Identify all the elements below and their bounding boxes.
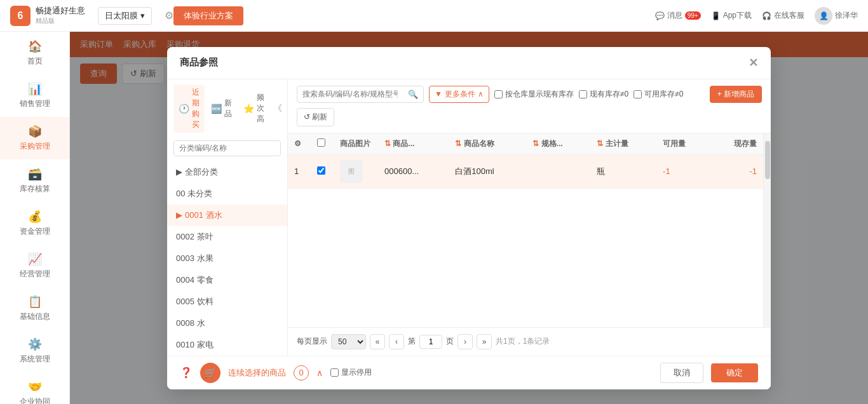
checkbox-stock[interactable] [579, 90, 587, 98]
sidebar-item-inventory[interactable]: 🗃️ 库存核算 [0, 159, 69, 202]
category-label-00: 00 未分类 [176, 188, 212, 199]
tab-recent-buy[interactable]: 🕐 近期购买 [173, 84, 205, 133]
sidebar-item-finance[interactable]: 💰 资金管理 [0, 202, 69, 245]
category-item-all[interactable]: ▶ 全部分类 [167, 161, 287, 183]
category-item-00[interactable]: 00 未分类 [167, 183, 287, 205]
category-label-0002: 0002 茶叶 [176, 231, 214, 243]
checkbox-avail[interactable] [634, 90, 642, 98]
collapse-up-button[interactable]: ∧ [316, 368, 323, 378]
sidebar-item-business[interactable]: 📈 经营管理 [0, 245, 69, 287]
modal-right-panel: 🔍 ▼ 更多条件 ∧ 按仓库显示现有库存 [288, 79, 771, 356]
product-search-icon[interactable]: 🔍 [403, 86, 423, 102]
refresh-sm-button[interactable]: ↺ 刷新 [297, 108, 334, 126]
category-item-0010[interactable]: 0010 家电 [167, 334, 287, 356]
store-dropdown[interactable]: 日太阳膜 ▾ [98, 7, 152, 25]
arrow-icon-0001: ▶ [176, 210, 182, 220]
settings-icon[interactable]: ⚙ [165, 10, 173, 22]
filter-button[interactable]: ▼ 更多条件 ∧ [429, 86, 489, 103]
page-total-label: 共1页，1条记录 [496, 336, 550, 347]
category-label-0001: 0001 酒水 [185, 210, 222, 221]
headset-icon: 🎧 [762, 11, 771, 20]
category-label-all: 全部分类 [185, 166, 218, 178]
prev-page-button[interactable]: ‹ [389, 334, 404, 349]
category-item-0008[interactable]: 0008 水 [167, 313, 287, 334]
checkbox-warehouse[interactable] [494, 90, 503, 98]
sidebar: 🏠 首页 📊 销售管理 📦 采购管理 🗃️ 库存核算 💰 资金管理 📈 经营管理… [0, 32, 70, 404]
th-settings[interactable]: ⚙ [288, 133, 311, 155]
cancel-button[interactable]: 取消 [660, 363, 703, 383]
th-name[interactable]: ⇅ 商品名称 [449, 133, 526, 155]
select-all-checkbox[interactable] [317, 138, 325, 147]
service-button[interactable]: 🎧 在线客服 [762, 10, 804, 21]
first-page-button[interactable]: « [370, 334, 385, 349]
modal-title: 商品参照 [180, 57, 218, 69]
last-page-button[interactable]: » [477, 334, 492, 349]
category-item-0003[interactable]: 0003 水果 [167, 248, 287, 269]
checkbox-avail-text: 可用库存≠0 [644, 89, 683, 100]
cta-button[interactable]: 体验行业方案 [173, 6, 243, 25]
next-page-button[interactable]: › [458, 334, 473, 349]
sidebar-item-purchase[interactable]: 📦 采购管理 [0, 117, 69, 159]
cell-seq: 1 [288, 154, 311, 188]
category-search-input[interactable] [174, 141, 280, 155]
modal-toolbar: 🔍 ▼ 更多条件 ∧ 按仓库显示现有库存 [288, 79, 771, 133]
page-number-input[interactable] [419, 335, 442, 349]
category-item-0005[interactable]: 0005 饮料 [167, 291, 287, 313]
sidebar-label-base: 基础信息 [20, 311, 50, 322]
sidebar-label-business: 经营管理 [20, 269, 50, 279]
user-profile[interactable]: 👤 徐泽华 [815, 7, 858, 25]
sidebar-item-home[interactable]: 🏠 首页 [0, 32, 69, 74]
tab-new-product[interactable]: 🆕 新品 [206, 95, 237, 122]
modal-close-button[interactable]: ✕ [749, 56, 758, 70]
th-unit[interactable]: ⇅ 主计量 [590, 133, 656, 155]
cell-spec [526, 154, 590, 188]
product-search-input[interactable] [297, 86, 403, 102]
filter-arrow-icon: ∧ [478, 90, 484, 98]
th-code[interactable]: ⇅ 商品... [378, 133, 449, 155]
sidebar-item-base[interactable]: 📋 基础信息 [0, 287, 69, 330]
business-icon: 📈 [28, 252, 42, 266]
category-search-icon[interactable]: 🔍 [280, 141, 281, 156]
cell-image: 图 [334, 154, 378, 188]
collapse-left-button[interactable]: 《 [271, 100, 285, 117]
cell-stock: -1 [710, 154, 763, 188]
product-search-box: 🔍 [297, 86, 424, 103]
scroll-thumb[interactable] [765, 141, 770, 179]
tab-high-freq[interactable]: ⭐ 频次高 [238, 90, 269, 127]
row-checkbox[interactable] [317, 166, 325, 175]
home-icon: 🏠 [28, 39, 42, 53]
sidebar-item-enterprise[interactable]: 🤝 企业协同 [0, 372, 69, 404]
add-product-button[interactable]: + 新增商品 [710, 86, 762, 103]
cell-checkbox[interactable] [311, 154, 334, 188]
top-nav: 6 畅捷通好生意 精品版 日太阳膜 ▾ ⚙ 体验行业方案 💬 消息 99+ 📱 … [0, 0, 868, 32]
category-label-0008: 0008 水 [176, 318, 205, 329]
messages-button[interactable]: 💬 消息 99+ [655, 10, 701, 21]
arrow-icon-all: ▶ [176, 167, 182, 177]
cart-button[interactable]: 🛒 [200, 363, 220, 383]
scroll-bar[interactable] [763, 133, 771, 327]
th-image: 商品图片 [334, 133, 378, 155]
sidebar-item-system[interactable]: ⚙️ 系统管理 [0, 330, 69, 372]
app-download-button[interactable]: 📱 App下载 [711, 10, 752, 21]
sidebar-item-sales[interactable]: 📊 销售管理 [0, 74, 69, 117]
new-icon: 🆕 [211, 104, 222, 114]
tab-freq-label: 频次高 [257, 92, 264, 125]
checkbox-warehouse-label[interactable]: 按仓库显示现有库存 [494, 89, 574, 100]
confirm-button[interactable]: 确定 [711, 363, 758, 382]
checkbox-stock-label[interactable]: 现有库存≠0 [579, 89, 628, 100]
category-search-box: 🔍 [173, 140, 281, 156]
category-item-0004[interactable]: 0004 零食 [167, 269, 287, 291]
continuous-label: 连续选择的商品 [228, 367, 286, 379]
per-page-select[interactable]: 50 100 200 [331, 334, 366, 349]
help-icon[interactable]: ❓ [180, 367, 193, 379]
category-item-0001[interactable]: ▶ 0001 酒水 [167, 205, 287, 226]
checkbox-avail-label[interactable]: 可用库存≠0 [634, 89, 683, 100]
th-spec[interactable]: ⇅ 规格... [526, 133, 590, 155]
table-body: 1 图 000600... 白 [288, 154, 763, 188]
nav-right: 💬 消息 99+ 📱 App下载 🎧 在线客服 👤 徐泽华 [655, 7, 858, 25]
category-item-0002[interactable]: 0002 茶叶 [167, 226, 287, 248]
show-disabled-checkbox[interactable] [330, 368, 339, 377]
show-disabled-label[interactable]: 显示停用 [330, 367, 372, 378]
table-row[interactable]: 1 图 000600... 白 [288, 154, 763, 188]
th-avail: 可用量 [656, 133, 710, 155]
